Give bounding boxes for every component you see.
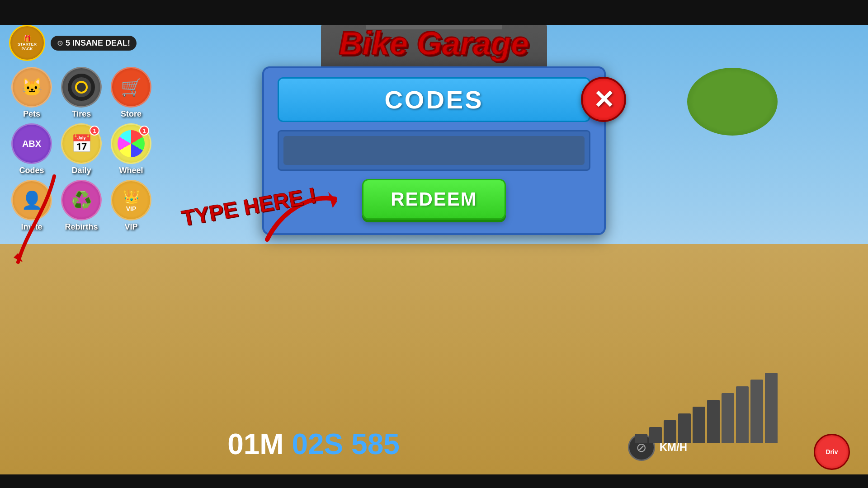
top-bar [0,0,868,25]
wheel-label: Wheel [119,166,143,175]
dialog-box: CODES REDEEM [262,66,606,235]
codes-header-text: CODES [384,85,483,114]
timer-separator [284,427,292,461]
daily-label: Daily [71,166,91,175]
sidebar-item-invite[interactable]: 👤 Invite [9,180,54,232]
store-label: Store [121,109,142,119]
starter-deal-badge[interactable]: ⊙ 5 INSANE DEAL! [51,36,137,51]
rebirths-label: Rebirths [65,222,98,232]
vip-label: VIP [124,222,137,232]
daily-icon: 📅 1 [61,123,102,164]
deal-icon: ⊙ [57,39,63,47]
wheel-badge: 1 [139,126,149,136]
bush [687,68,778,136]
speed-bar-seg-4 [678,413,691,443]
codes-label: Codes [19,166,44,175]
sidebar-item-vip[interactable]: 👑 VIP VIP [108,180,154,232]
codes-dialog: Bike Garage CODES REDEEM [262,25,606,235]
ground [0,244,868,488]
vip-icon: 👑 VIP [111,180,151,221]
sidebar-item-codes[interactable]: ABX Codes [9,123,54,175]
speed-bar-seg-10 [765,373,778,443]
sidebar-item-wheel[interactable]: 1 Wheel [108,123,154,175]
speed-bar-seg-5 [693,407,705,443]
store-icon: 🛒 [111,67,151,108]
bottom-bar [0,474,868,488]
timer-milliseconds: 585 [351,427,400,461]
daily-badge: 1 [90,126,99,136]
drive-button[interactable]: Driv [814,434,850,470]
timer-display: 01M 02S 585 [227,427,400,461]
pets-icon: 🐱 [11,67,52,108]
speed-bar-seg-1 [635,434,647,443]
tires-label: Tires [72,109,91,119]
invite-icon: 👤 [11,180,52,221]
speed-label: KM/H [660,441,687,454]
speed-bar-seg-2 [649,427,662,443]
pets-label: Pets [23,109,40,119]
redeem-button[interactable]: REDEEM [362,179,506,220]
timer-separator2 [343,427,351,461]
speed-bar-seg-8 [736,386,749,443]
starter-pack-icon[interactable]: 🎁 STARTER PACK [9,25,45,61]
speed-bar-seg-6 [707,400,720,443]
speed-bar-seg-9 [750,380,763,443]
code-input-wrapper [278,130,590,171]
starter-pack-row: 🎁 STARTER PACK ⊙ 5 INSANE DEAL! [9,25,163,61]
sidebar-item-store[interactable]: 🛒 Store [108,67,154,119]
sidebar-item-pets[interactable]: 🐱 Pets [9,67,54,119]
codes-icon: ABX [11,123,52,164]
timer-seconds: 02S [292,427,343,461]
speed-bar [635,373,778,443]
codes-header: CODES [278,77,590,122]
sidebar: 🎁 STARTER PACK ⊙ 5 INSANE DEAL! 🐱 Pets T… [9,25,163,232]
timer-minutes: 01M [227,427,284,461]
sidebar-item-daily[interactable]: 📅 1 Daily [59,123,104,175]
speed-bar-seg-7 [722,393,734,443]
code-input[interactable] [283,136,585,165]
sidebar-item-tires[interactable]: Tires [59,67,104,119]
speed-bar-seg-3 [664,420,676,443]
tires-icon [61,67,102,108]
tire-graphic [68,74,95,101]
close-button[interactable]: ✕ [581,77,626,122]
sidebar-grid: 🐱 Pets Tires 🛒 Store ABX Codes 📅 1 [9,67,163,232]
dialog-title: Bike Garage [262,25,606,62]
rebirths-icon: ♻️ [61,180,102,221]
wheel-icon: 1 [111,123,151,164]
invite-label: Invite [21,222,42,232]
sidebar-item-rebirths[interactable]: ♻️ Rebirths [59,180,104,232]
